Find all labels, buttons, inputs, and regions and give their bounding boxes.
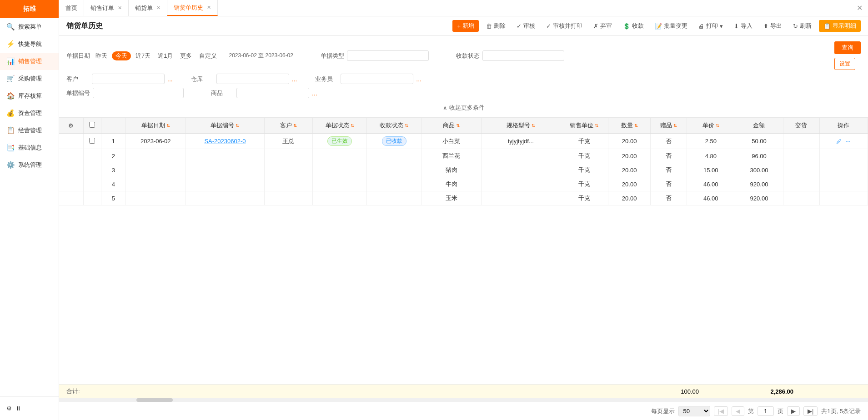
date-7days-btn[interactable]: 近7天	[133, 51, 153, 60]
tab-sales-history-close[interactable]: ✕	[207, 5, 211, 10]
goods-dots[interactable]: ...	[312, 90, 317, 97]
tab-home[interactable]: 首页	[59, 0, 84, 16]
sidebar-item-sys-mgmt[interactable]: ⚙️ 系统管理	[0, 156, 59, 174]
last-page-btn[interactable]: ▶|	[803, 406, 818, 416]
tab-sales-goods-close[interactable]: ✕	[156, 5, 161, 11]
th-doc-status[interactable]: 单据状态⇅	[312, 118, 366, 134]
horizontal-scrollbar[interactable]	[59, 398, 868, 402]
sidebar-item-search-menu[interactable]: 🔍 搜索菜单	[0, 18, 59, 35]
customer-label: 客户	[66, 75, 89, 83]
footer-qty: 100.00	[458, 388, 699, 395]
main-table: ⚙ 单据日期⇅ 单据编号⇅ 客户⇅ 单据状态⇅	[59, 118, 868, 205]
date-custom-btn[interactable]: 自定义	[196, 51, 220, 60]
row-amount: 96.00	[735, 149, 783, 163]
collapse-btn[interactable]: ∧ 收起更多条件	[66, 102, 861, 114]
first-page-btn[interactable]: |◀	[714, 406, 728, 416]
page-number-input[interactable]	[758, 406, 774, 416]
abandon-button[interactable]: ✗ 弃审	[590, 20, 616, 32]
th-gear[interactable]: ⚙	[59, 118, 83, 134]
row-qty: 20.00	[608, 163, 651, 177]
audit-button[interactable]: ✓ 审核	[513, 20, 539, 32]
doc-no-input[interactable]	[93, 88, 184, 98]
refresh-button[interactable]: ↻ 刷新	[789, 20, 815, 32]
th-doc-date[interactable]: 单据日期⇅	[125, 118, 186, 134]
sidebar-item-basic-info[interactable]: 📑 基础信息	[0, 139, 59, 156]
refresh-icon: ↻	[793, 23, 798, 30]
sidebar-item-biz-mgmt[interactable]: 📋 经营管理	[0, 122, 59, 139]
th-customer[interactable]: 客户⇅	[264, 118, 312, 134]
customer-input[interactable]	[92, 74, 165, 84]
print-button[interactable]: 🖨 打印 ▾	[695, 20, 727, 32]
operate-view-btn[interactable]: 🖊	[834, 137, 843, 145]
settings-button[interactable]: 设置	[834, 58, 855, 70]
salesperson-dots[interactable]: ...	[416, 75, 421, 83]
scrollbar-thumb[interactable]	[136, 398, 173, 402]
filter-area: 单据日期 昨天 今天 近7天 近1月 更多 自定义 2023-06-02 至 2…	[59, 36, 868, 118]
table-row: 3猪肉千克20.00否15.00300.00	[59, 163, 868, 177]
tab-sales-order[interactable]: 销售订单 ✕	[84, 0, 129, 16]
th-doc-no[interactable]: 单据编号⇅	[186, 118, 265, 134]
sidebar-item-sales-mgmt[interactable]: 📊 销售管理	[0, 53, 59, 70]
page-title: 销货单历史	[66, 21, 103, 31]
th-unit[interactable]: 销售单位⇅	[560, 118, 608, 134]
import-button[interactable]: ⬇ 导入	[730, 20, 756, 32]
sidebar-item-quick-nav[interactable]: ⚡ 快捷导航	[0, 35, 59, 53]
th-payment-status[interactable]: 收款状态⇅	[367, 118, 421, 134]
batch-change-icon: 📝	[655, 23, 662, 30]
th-checkbox[interactable]	[83, 118, 101, 134]
date-label: 单据日期	[66, 52, 90, 60]
delete-button[interactable]: 🗑 删除	[482, 20, 509, 32]
filter-doc-type: 单据类型	[321, 50, 429, 61]
tab-sales-order-close[interactable]: ✕	[118, 5, 122, 11]
th-spec[interactable]: 规格型号⇅	[482, 118, 560, 134]
row-unit-price: 2.50	[687, 134, 735, 149]
warehouse-dots[interactable]: ...	[292, 75, 297, 83]
batch-change-button[interactable]: 📝 批量变更	[651, 20, 691, 32]
date-1month-btn[interactable]: 近1月	[155, 51, 176, 60]
row-checkbox[interactable]	[89, 138, 95, 144]
row-doc-status	[312, 177, 366, 191]
date-today-btn[interactable]: 今天	[112, 51, 131, 60]
row-gear	[59, 191, 83, 205]
doc-type-select[interactable]	[347, 50, 429, 61]
goods-label: 商品	[211, 89, 234, 97]
warehouse-input[interactable]	[216, 74, 289, 84]
date-yesterday-btn[interactable]: 昨天	[93, 51, 110, 60]
add-icon: +	[457, 23, 461, 30]
audit-print-button[interactable]: ✓ 审核并打印	[542, 20, 586, 32]
audit-print-icon: ✓	[546, 23, 551, 30]
sys-icon: ⚙️	[6, 161, 15, 169]
main-area: 首页 销售订单 ✕ 销货单 ✕ 销货单历史 ✕ ✕ 销货单历史 + 新增	[59, 0, 868, 420]
export-button[interactable]: ⬆ 导出	[760, 20, 786, 32]
filter-date: 单据日期 昨天 今天 近7天 近1月 更多 自定义	[66, 51, 220, 60]
tab-sales-goods[interactable]: 销货单 ✕	[129, 0, 167, 16]
prev-page-btn[interactable]: ◀	[732, 406, 744, 416]
payment-status-select[interactable]	[482, 50, 564, 61]
show-detail-button[interactable]: 📋 显示明细	[819, 20, 861, 32]
tab-sales-history[interactable]: 销货单历史 ✕	[167, 0, 218, 16]
sidebar-item-finance-mgmt[interactable]: 💰 资金管理	[0, 105, 59, 122]
receive-button[interactable]: 💲 收款	[619, 20, 647, 32]
page-header: 销货单历史 + 新增 🗑 删除 ✓ 审核 ✓ 审核并打印	[59, 16, 868, 36]
goods-input[interactable]	[236, 88, 309, 98]
page-size-select[interactable]: 50 10 20 100	[678, 406, 710, 416]
add-button[interactable]: + 新增	[452, 20, 479, 32]
th-qty[interactable]: 数量⇅	[608, 118, 651, 134]
th-goods[interactable]: 商品⇅	[421, 118, 482, 134]
window-close-btn[interactable]: ✕	[851, 4, 868, 12]
date-more-btn[interactable]: 更多	[177, 51, 195, 60]
operate-more-btn[interactable]: ⋯	[843, 137, 853, 145]
sidebar-bottom-item[interactable]: ⚙ ⏸	[0, 400, 59, 416]
sidebar-item-inventory[interactable]: 🏠 库存核算	[0, 87, 59, 105]
th-gift[interactable]: 赠品⇅	[651, 118, 687, 134]
salesperson-input[interactable]	[341, 74, 413, 84]
row-doc-date	[125, 191, 186, 205]
th-unit-price[interactable]: 单价⇅	[687, 118, 735, 134]
row-payment-status: 已收款	[367, 134, 421, 149]
customer-dots[interactable]: ...	[167, 75, 173, 83]
doc-no-link[interactable]: SA-20230602-0	[204, 138, 246, 145]
sidebar-item-purchase-mgmt[interactable]: 🛒 采购管理	[0, 70, 59, 87]
query-button[interactable]: 查询	[834, 41, 861, 54]
next-page-btn[interactable]: ▶	[787, 406, 800, 416]
select-all-checkbox[interactable]	[89, 122, 95, 128]
